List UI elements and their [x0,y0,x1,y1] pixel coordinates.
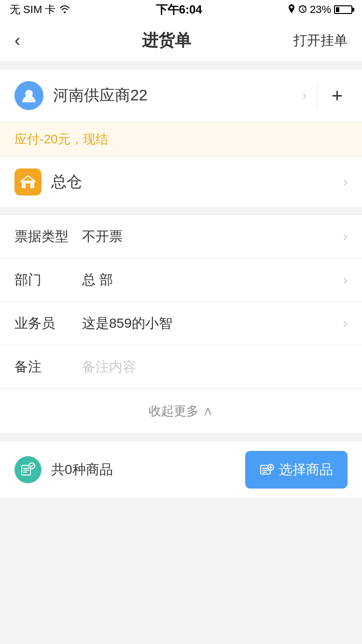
warehouse-icon [14,168,42,196]
nav-bar: ‹ 进货单 打开挂单 [0,19,362,62]
department-label: 部门 [14,271,72,289]
collapse-button[interactable]: 收起更多 ∧ [0,389,362,433]
back-button[interactable]: ‹ [14,30,43,51]
page-background [0,498,362,643]
warehouse-name: 总仓 [51,171,338,193]
invoice-type-row[interactable]: 票据类型 不开票 › [0,215,362,258]
sales-person-row[interactable]: 业务员 这是859的小智 › [0,302,362,345]
invoice-type-chevron-icon: › [343,229,348,244]
status-left: 无 SIM 卡 [10,2,70,17]
svg-rect-3 [26,183,30,188]
remarks-input[interactable]: 备注内容 [72,358,348,376]
supplier-chevron-icon: › [302,88,306,103]
invoice-type-label: 票据类型 [14,227,72,246]
vertical-divider [317,84,317,108]
notice-bar: 应付-20元，现结 [0,122,362,156]
sales-person-value: 这是859的小智 [72,314,338,333]
warehouse-chevron-icon: › [343,174,348,190]
battery-icon [334,5,352,14]
select-product-button[interactable]: 选择商品 [245,451,348,489]
supplier-row[interactable]: 河南供应商22 › + [0,70,362,122]
product-count-icon [14,456,42,483]
page-title: 进货单 [43,29,290,52]
select-product-label: 选择商品 [279,461,333,479]
notice-text: 应付-20元，现结 [14,132,108,146]
alarm-icon [298,3,307,16]
status-bar: 无 SIM 卡 下午6:04 23% [0,0,362,19]
status-time: 下午6:04 [156,2,202,17]
wifi-icon [59,3,70,16]
product-count-text: 共0种商品 [51,461,245,479]
bottom-bar: 共0种商品 选择商品 [0,441,362,498]
remarks-row[interactable]: 备注 备注内容 [0,345,362,389]
sales-person-chevron-icon: › [343,316,348,331]
supplier-avatar [14,81,43,110]
section-gap-1 [0,62,362,70]
invoice-type-value: 不开票 [72,227,338,246]
supplier-name: 河南供应商22 [53,85,297,106]
add-button[interactable]: + [327,85,348,107]
sales-person-label: 业务员 [14,314,72,333]
remarks-label: 备注 [14,358,72,376]
select-product-icon [260,462,274,477]
warehouse-row[interactable]: 总仓 › [0,156,362,207]
department-value: 总 部 [72,271,338,289]
open-pending-button[interactable]: 打开挂单 [290,31,348,50]
status-right: 23% [288,3,352,16]
location-icon [288,3,295,16]
signal-text: 无 SIM 卡 [10,2,56,17]
collapse-label: 收起更多 ∧ [149,404,213,418]
supplier-card: 河南供应商22 › + 应付-20元，现结 总仓 › [0,70,362,207]
form-section: 票据类型 不开票 › 部门 总 部 › 业务员 这是859的小智 › 备注 备注… [0,215,362,433]
battery-text: 23% [310,3,331,16]
department-chevron-icon: › [343,272,348,288]
department-row[interactable]: 部门 总 部 › [0,258,362,302]
